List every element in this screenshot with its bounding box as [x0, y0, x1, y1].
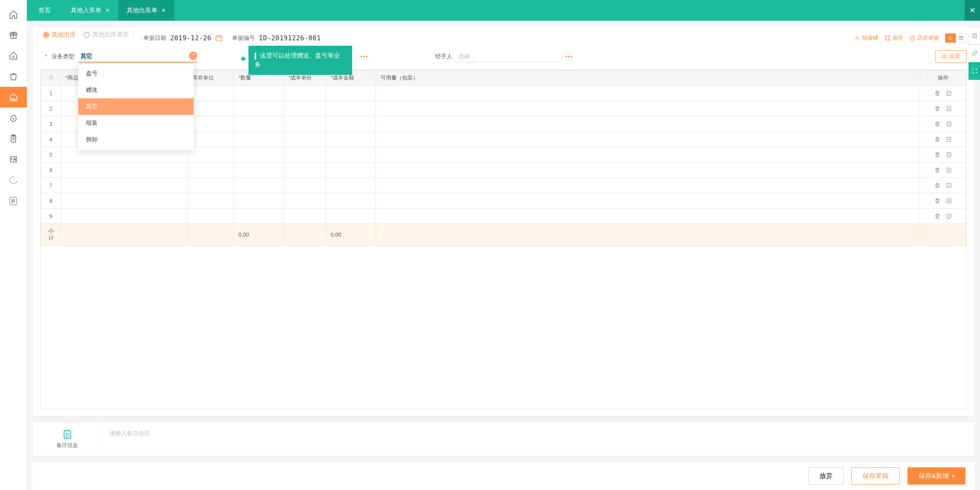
table-row[interactable]: 9 — [41, 209, 966, 224]
hint-popover: 这里可以处理赠送、盘亏等业务 — [248, 46, 352, 75]
more-dots-icon[interactable]: ••• — [560, 53, 579, 60]
tab-other-outbound[interactable]: 其他出库单 ✕ — [118, 0, 174, 21]
view-toggle — [945, 33, 967, 43]
nav-new-icon[interactable]: 新 — [0, 190, 27, 211]
table-row[interactable]: 7 — [41, 178, 966, 193]
radio-label: 其他出库 — [51, 31, 76, 39]
svg-rect-15 — [959, 36, 961, 38]
add-row-icon[interactable] — [946, 121, 952, 127]
delete-row-icon[interactable] — [934, 121, 940, 127]
operate-button[interactable]: 操作 — [884, 35, 903, 41]
discard-button[interactable]: 放弃 — [808, 467, 844, 485]
delete-row-icon[interactable] — [934, 167, 940, 173]
nav-warehouse-icon[interactable] — [0, 87, 27, 108]
left-sidebar: $ ¥ 新 — [0, 0, 27, 490]
add-row-icon[interactable] — [946, 90, 952, 96]
chevron-down-icon: ▾ — [952, 473, 954, 479]
row-index: 2 — [41, 101, 61, 116]
svg-rect-29 — [973, 34, 976, 38]
add-row-icon[interactable] — [946, 182, 952, 189]
handler-input[interactable] — [456, 51, 560, 62]
remark-input[interactable] — [109, 430, 967, 436]
right-rail — [968, 27, 980, 80]
row-index: 9 — [41, 209, 61, 224]
nav-clipboard-icon[interactable] — [0, 128, 27, 149]
row-index: 4 — [41, 132, 61, 147]
add-row-icon[interactable] — [946, 198, 952, 204]
dropdown-option[interactable]: 盘亏 — [78, 65, 194, 82]
subtotal-label: 小计 — [41, 224, 61, 246]
close-all-tabs-icon[interactable]: ✕ — [965, 0, 980, 21]
dropdown-option[interactable]: 组装 — [78, 115, 194, 131]
th-available: 可用量（包装） — [376, 70, 920, 86]
rail-link-icon[interactable] — [968, 45, 980, 62]
add-row-icon[interactable] — [946, 106, 952, 112]
nav-money-bag-icon[interactable]: ¥ — [0, 108, 27, 128]
delete-row-icon[interactable] — [934, 213, 940, 219]
row-index: 1 — [41, 86, 61, 101]
row-index: 5 — [41, 147, 61, 162]
close-icon[interactable]: ✕ — [161, 7, 166, 13]
nav-home-icon[interactable] — [0, 4, 27, 25]
add-row-icon[interactable] — [946, 167, 952, 173]
radio-outbound[interactable]: 其他出库 — [43, 31, 76, 39]
more-dots-icon[interactable]: ••• — [355, 53, 374, 60]
history-label: 历史单据 — [917, 35, 939, 41]
required-mark: * — [45, 53, 47, 60]
nav-loading-icon[interactable] — [0, 170, 27, 190]
shortcut-button[interactable]: 快捷键 — [854, 35, 878, 41]
dropdown-option[interactable]: 拆卸 — [78, 131, 194, 148]
delete-row-icon[interactable] — [934, 136, 940, 142]
nav-bag-icon[interactable] — [0, 66, 27, 87]
dropdown-option[interactable]: 其它 — [78, 98, 194, 115]
chevron-up-icon[interactable]: ⌃ — [189, 51, 197, 60]
settings-button[interactable]: 设置 — [935, 50, 967, 63]
th-unit: 库存单位 — [188, 70, 234, 86]
dropdown-option[interactable]: 赠送 — [78, 82, 194, 98]
save-new-button[interactable]: 保存&新增 ▾ — [907, 467, 965, 485]
add-row-icon[interactable] — [946, 152, 952, 158]
table-row[interactable]: 6 — [41, 162, 966, 178]
biz-type-select[interactable] — [78, 51, 197, 63]
delete-row-icon[interactable] — [934, 182, 940, 189]
subtotal-amount: 0.00 — [326, 224, 376, 246]
radio-outbound-return[interactable]: 其他出库退库 — [84, 31, 129, 39]
radio-label: 其他出库退库 — [92, 31, 129, 39]
top-tab-bar: 首页 其他入库单 ✕ 其他出库单 ✕ ✕ — [27, 0, 980, 21]
nav-contact-icon[interactable] — [0, 149, 27, 170]
history-button[interactable]: 历史单据 — [909, 35, 939, 41]
nav-house-dollar-icon[interactable]: $ — [0, 45, 27, 66]
delete-row-icon[interactable] — [934, 106, 940, 112]
handler-label: 经手人 — [435, 53, 452, 60]
footer-actions: 放弃 保存草稿 保存&新增 ▾ — [32, 462, 975, 490]
delete-row-icon[interactable] — [934, 152, 940, 158]
save-draft-button[interactable]: 保存草稿 — [851, 467, 900, 485]
view-grid-icon[interactable] — [956, 33, 967, 43]
svg-point-17 — [944, 56, 945, 57]
close-icon[interactable]: ✕ — [105, 7, 110, 13]
svg-point-18 — [50, 76, 52, 78]
operate-label: 操作 — [892, 35, 903, 41]
add-row-icon[interactable] — [946, 213, 952, 219]
remark-title: 备注信息 — [56, 442, 78, 449]
svg-rect-8 — [216, 36, 222, 41]
rail-note-icon[interactable] — [968, 27, 980, 45]
add-row-icon[interactable] — [946, 136, 952, 142]
view-list-icon[interactable] — [945, 33, 956, 43]
table-row[interactable]: 8 — [41, 193, 966, 209]
field-handler: 经手人 — [435, 51, 560, 62]
tab-home[interactable]: 首页 — [27, 0, 62, 21]
tab-other-inbound[interactable]: 其他入库单 ✕ — [62, 0, 118, 21]
col-settings-icon[interactable] — [41, 70, 61, 86]
doc-date-value: 2019-12-26 — [170, 34, 211, 42]
delete-row-icon[interactable] — [934, 198, 940, 204]
nav-gift-icon[interactable] — [0, 25, 27, 45]
notepad-icon — [62, 429, 73, 440]
subtotal-row: 小计 0.00 0.00 — [41, 224, 966, 246]
delete-row-icon[interactable] — [934, 90, 940, 96]
row-index: 3 — [41, 116, 61, 132]
calendar-icon[interactable] — [215, 34, 223, 42]
svg-rect-16 — [962, 36, 963, 38]
rail-expand-icon[interactable] — [968, 62, 980, 80]
tab-label: 其他出库单 — [127, 7, 157, 15]
